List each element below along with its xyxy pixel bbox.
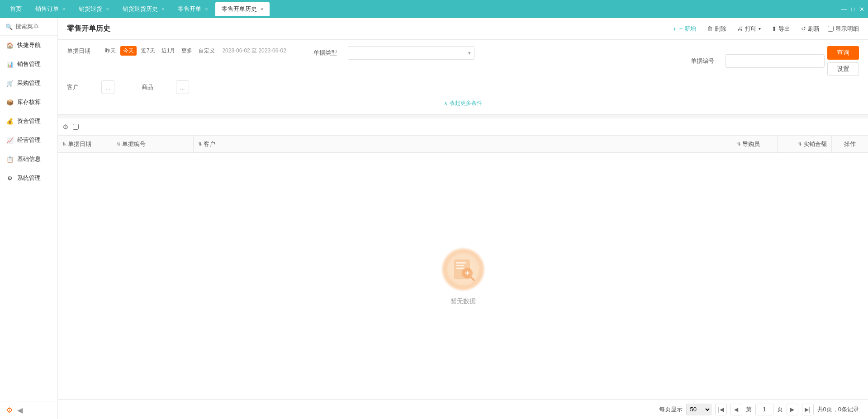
sidebar-item-system-label: 系统管理 xyxy=(17,174,41,182)
sidebar-search-label: 搜索菜单 xyxy=(15,23,39,31)
window-controls: — □ ✕ xyxy=(841,6,864,13)
sort-amount-icon[interactable]: ⇅ xyxy=(798,141,802,146)
print-icon: 🖨 xyxy=(737,25,743,32)
customer-select-btn[interactable]: ... xyxy=(101,80,114,94)
last7days-btn[interactable]: 近7天 xyxy=(139,46,157,56)
tab-sales-order-close[interactable]: × xyxy=(62,6,65,12)
th-operation-label: 操作 xyxy=(844,140,856,148)
select-all-checkbox[interactable] xyxy=(73,124,79,130)
query-button[interactable]: 查询 xyxy=(827,46,859,60)
sidebar-item-quick-nav-label: 快捷导航 xyxy=(17,41,41,49)
sidebar-item-purchase-mgmt-label: 采购管理 xyxy=(17,79,41,87)
last1month-btn[interactable]: 近1月 xyxy=(160,46,177,56)
sidebar-item-quick-nav[interactable]: 🏠 快捷导航 xyxy=(0,36,57,55)
more-date-btn[interactable]: 更多 xyxy=(180,46,194,56)
settings-gear-icon[interactable]: ⚙ xyxy=(6,406,13,414)
collapse-bar[interactable]: ∧ 收起更多条件 xyxy=(67,97,859,108)
tab-sales-order[interactable]: 销售订单 × xyxy=(29,2,71,16)
sort-guide-icon[interactable]: ⇅ xyxy=(737,141,740,146)
export-button[interactable]: ⬆ 导出 xyxy=(769,23,793,35)
type-select-wrap: ▾ xyxy=(348,46,474,60)
refresh-label: 刷新 xyxy=(808,25,820,33)
empty-text: 暂无数据 xyxy=(451,297,476,306)
toolbar: ＋ + 新增 🗑 删除 🖨 打印 ▾ ⬆ 导出 ↺ xyxy=(669,23,859,35)
th-customer-label: 客户 xyxy=(204,140,215,148)
table-container: ⚙ ⇅ 单据日期 ⇅ 单据编号 ⇅ 客户 ⇅ 导购员 xyxy=(58,118,868,399)
th-number: ⇅ 单据编号 xyxy=(112,136,194,152)
table-toolbar: ⚙ xyxy=(58,118,868,136)
maximize-btn[interactable]: □ xyxy=(851,6,855,13)
customer-filter-label: 客户 xyxy=(67,83,99,91)
delete-button[interactable]: 🗑 删除 xyxy=(704,23,729,35)
sort-customer-icon[interactable]: ⇅ xyxy=(198,141,202,146)
sidebar-item-operations[interactable]: 📈 经营管理 xyxy=(0,131,57,150)
sidebar-item-sales-mgmt[interactable]: 📊 销售管理 xyxy=(0,55,57,74)
main-layout: 🔍 搜索菜单 🏠 快捷导航 📊 销售管理 🛒 采购管理 📦 库存核算 💰 资金管… xyxy=(0,18,868,419)
sidebar-item-basic-info[interactable]: 📋 基础信息 xyxy=(0,150,57,169)
sidebar-item-purchase-mgmt[interactable]: 🛒 采购管理 xyxy=(0,74,57,93)
empty-svg xyxy=(445,251,481,287)
tab-home[interactable]: 首页 xyxy=(4,2,28,16)
page-size-label: 每页显示 xyxy=(659,405,683,414)
collapse-label: 收起更多条件 xyxy=(450,99,482,107)
yesterday-btn[interactable]: 昨天 xyxy=(103,46,118,56)
tab-sales-return-close[interactable]: × xyxy=(106,6,109,12)
tab-sales-return-history-label: 销货退货历史 xyxy=(123,5,158,13)
sort-number-icon[interactable]: ⇅ xyxy=(117,141,120,146)
delete-icon: 🗑 xyxy=(707,25,713,32)
table-header: ⇅ 单据日期 ⇅ 单据编号 ⇅ 客户 ⇅ 导购员 ⇅ 实销金额 xyxy=(58,136,868,153)
filter-panel: 单据日期 昨天 今天 近7天 近1月 更多 自定义 2023-06-02 至 2… xyxy=(58,40,868,115)
sidebar-search[interactable]: 🔍 搜索菜单 xyxy=(0,18,57,36)
quick-nav-icon: 🏠 xyxy=(6,42,14,49)
tab-retail-open[interactable]: 零售开单 × xyxy=(171,2,214,16)
page-label-pre: 第 xyxy=(746,405,752,414)
tab-sales-return-history[interactable]: 销货退货历史 × xyxy=(116,2,171,16)
sidebar-item-finance[interactable]: 💰 资金管理 xyxy=(0,112,57,131)
tab-retail-open-close[interactable]: × xyxy=(205,6,208,12)
show-detail-wrapper: 显示明细 xyxy=(828,25,859,33)
finance-icon: 💰 xyxy=(6,118,14,125)
tab-sales-return[interactable]: 销货退货 × xyxy=(72,2,115,16)
setting-button[interactable]: 设置 xyxy=(827,62,859,76)
refresh-button[interactable]: ↺ 刷新 xyxy=(798,23,822,35)
operations-icon: 📈 xyxy=(6,137,14,144)
custom-date-btn[interactable]: 自定义 xyxy=(197,46,217,56)
date-range-display: 2023-06-02 至 2023-06-02 xyxy=(222,47,286,55)
sidebar-item-inventory[interactable]: 📦 库存核算 xyxy=(0,93,57,112)
tab-bar: 首页 销售订单 × 销货退货 × 销货退货历史 × 零售开单 × 零售开单历史 … xyxy=(0,0,868,18)
table-settings-icon[interactable]: ⚙ xyxy=(62,123,68,131)
number-input[interactable] xyxy=(725,54,825,68)
tab-sales-return-history-close[interactable]: × xyxy=(161,6,164,12)
today-btn[interactable]: 今天 xyxy=(120,46,137,56)
sidebar-item-system[interactable]: ⚙ 系统管理 xyxy=(0,169,57,188)
empty-illustration xyxy=(441,247,486,292)
last-page-btn[interactable]: ▶| xyxy=(802,404,814,415)
page-number-input[interactable] xyxy=(755,404,773,415)
th-date: ⇅ 单据日期 xyxy=(58,136,112,152)
number-filter-label: 单据编号 xyxy=(691,57,722,65)
first-page-btn[interactable]: |◀ xyxy=(715,404,727,415)
export-label: 导出 xyxy=(778,25,790,33)
show-detail-checkbox[interactable] xyxy=(828,26,834,32)
type-select[interactable] xyxy=(348,46,474,60)
type-filter-label: 单据类型 xyxy=(313,49,345,57)
tab-retail-history[interactable]: 零售开单历史 × xyxy=(215,2,270,16)
sidebar-item-finance-label: 资金管理 xyxy=(17,117,41,125)
next-page-btn[interactable]: ▶ xyxy=(787,404,798,415)
system-icon: ⚙ xyxy=(6,174,14,182)
print-button[interactable]: 🖨 打印 ▾ xyxy=(735,23,764,35)
th-amount: ⇅ 实销金额 xyxy=(778,136,832,152)
tab-retail-history-close[interactable]: × xyxy=(261,6,263,12)
th-number-label: 单据编号 xyxy=(122,140,146,148)
tab-retail-history-label: 零售开单历史 xyxy=(222,5,257,13)
goods-select-btn[interactable]: ... xyxy=(176,80,189,94)
close-btn[interactable]: ✕ xyxy=(859,6,864,13)
page-size-select[interactable]: 50 100 200 xyxy=(686,404,711,415)
minimize-btn[interactable]: — xyxy=(841,6,847,13)
add-button[interactable]: ＋ + 新增 xyxy=(669,23,699,35)
prev-page-btn[interactable]: ◀ xyxy=(730,404,742,415)
date-options: 昨天 今天 近7天 近1月 更多 自定义 xyxy=(103,46,217,56)
sort-date-icon[interactable]: ⇅ xyxy=(62,141,66,146)
collapse-sidebar-icon[interactable]: ◀ xyxy=(17,406,23,414)
svg-rect-4 xyxy=(456,268,465,269)
